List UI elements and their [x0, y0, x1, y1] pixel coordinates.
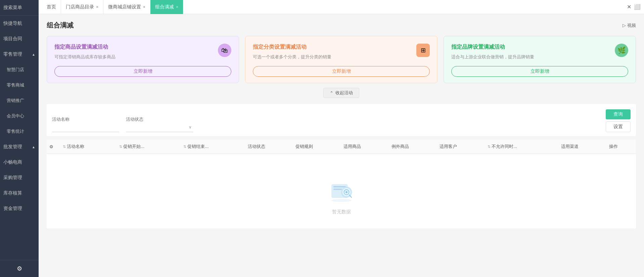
activity-status-label: 活动状态 [126, 116, 193, 122]
card-green-btn[interactable]: 立即新增 [451, 66, 628, 77]
sidebar-item-member-center[interactable]: 会员中心 [0, 108, 39, 124]
card-orange-desc: 可选一个或者多个分类，提升分类的销量 [253, 54, 430, 60]
tab-combo-discount[interactable]: 组合满减 × [150, 0, 183, 14]
th-applicable-customer: 适用客户 [437, 140, 485, 154]
card-specify-brand: 🌿 指定品牌设置满减活动 适合与上游企业联合做营销，提升品牌销量 立即新增 [444, 36, 636, 83]
sidebar: 搜索菜单 快捷导航 项目合同 零售管理 ▲ 智慧门店 零售商城 营销推广 会员中… [0, 0, 39, 277]
tab-close-combo-discount[interactable]: × [176, 5, 178, 9]
card-leaf-icon: 🌿 [615, 44, 628, 57]
video-link[interactable]: ▷ 视频 [623, 22, 636, 29]
card-specify-product: 🛍 指定商品设置满减活动 可指定滞销商品或库存较多商品 立即新增 [47, 36, 239, 83]
th-applicable-channel: 适用渠道 [558, 140, 606, 154]
svg-point-0 [331, 199, 352, 202]
sidebar-search[interactable]: 搜索菜单 [0, 0, 39, 16]
th-settings[interactable]: ⚙ [47, 140, 60, 154]
sidebar-item-retail-mall[interactable]: 零售商城 [0, 77, 39, 93]
card-purple-btn[interactable]: 立即新增 [54, 66, 231, 77]
th-exception-product: 例外商品 [389, 140, 437, 154]
card-purple-desc: 可指定滞销商品或库存较多商品 [54, 54, 231, 60]
main-area: 首页 门店商品目录 × 微商城店铺设置 × 组合满减 × ✕ ⬜ 组合满减 ▷ … [39, 0, 644, 277]
tab-close-wechat-shop-settings[interactable]: × [143, 5, 145, 9]
activity-status-field: 活动状态 进行中 已结束 未开始 ∨ [126, 116, 193, 132]
play-icon: ▷ [623, 23, 626, 28]
th-promo-rule: 促销规则 [293, 140, 341, 154]
settings-button[interactable]: 设置 [606, 121, 631, 132]
card-bag-icon: 🛍 [218, 44, 231, 57]
sidebar-item-retail-mgmt[interactable]: 零售管理 ▲ [0, 47, 39, 62]
sidebar-item-xiaochang-ecom[interactable]: 小畅电商 [0, 155, 39, 170]
search-actions: 查询 设置 [606, 109, 631, 132]
sidebar-item-inventory-check[interactable]: 库存核算 [0, 185, 39, 201]
th-activity-status: 活动状态 [245, 140, 293, 154]
card-orange-btn[interactable]: 立即新增 [253, 66, 430, 77]
table-header-row: ⚙ 活动名称 促销开始... 促销结束... 活动状态 促销规则 适用商品 例外… [47, 140, 636, 154]
svg-rect-3 [333, 189, 342, 190]
th-applicable-product: 适用商品 [341, 140, 389, 154]
sidebar-item-purchase-mgmt[interactable]: 采购管理 [0, 170, 39, 185]
page-header: 组合满减 ▷ 视频 [47, 21, 636, 30]
activity-name-field: 活动名称 [52, 116, 119, 132]
cards-row: 🛍 指定商品设置满减活动 可指定滞销商品或库存较多商品 立即新增 ⊞ 指定分类设… [47, 36, 636, 83]
retail-mgmt-arrow: ▲ [32, 53, 35, 56]
empty-state: 暂无数据 [47, 154, 636, 228]
maximize-window-btn[interactable]: ⬜ [634, 4, 641, 10]
tab-bar-actions: ✕ ⬜ [627, 4, 641, 10]
wholesale-mgmt-arrow: ▲ [32, 145, 35, 149]
search-bar: 活动名称 活动状态 进行中 已结束 未开始 ∨ 查询 设置 [47, 104, 636, 136]
th-activity-name[interactable]: 活动名称 [60, 140, 117, 154]
tab-bar: 首页 门店商品目录 × 微商城店铺设置 × 组合满减 × ✕ ⬜ [39, 0, 644, 14]
sidebar-item-project-contract[interactable]: 项目合同 [0, 31, 39, 47]
collapse-activity-btn[interactable]: ⌃ 收起活动 [323, 88, 359, 98]
sidebar-item-retail-stats[interactable]: 零售统计 [0, 124, 39, 139]
sidebar-bottom: ⚙ [0, 260, 39, 277]
empty-illustration [326, 174, 357, 204]
tab-store-catalog[interactable]: 门店商品目录 × [61, 0, 103, 14]
th-promo-start[interactable]: 促销开始... [117, 140, 181, 154]
empty-text: 暂无数据 [332, 209, 351, 215]
sidebar-item-smart-store[interactable]: 智慧门店 [0, 62, 39, 77]
settings-icon[interactable]: ⚙ [17, 265, 22, 272]
th-operation: 操作 [606, 140, 636, 154]
activity-name-label: 活动名称 [52, 116, 119, 122]
card-green-desc: 适合与上游企业联合做营销，提升品牌销量 [451, 54, 628, 60]
collapse-bar: ⌃ 收起活动 [47, 88, 636, 98]
collapse-icon: ⌃ [330, 91, 333, 96]
svg-point-8 [346, 191, 348, 193]
data-table-wrap: ⚙ 活动名称 促销开始... 促销结束... 活动状态 促销规则 适用商品 例外… [47, 140, 636, 228]
card-purple-title: 指定商品设置满减活动 [54, 44, 231, 51]
data-table: ⚙ 活动名称 促销开始... 促销结束... 活动状态 促销规则 适用商品 例外… [47, 140, 636, 154]
sidebar-item-marketing[interactable]: 营销推广 [0, 93, 39, 108]
tab-wechat-shop-settings[interactable]: 微商城店铺设置 × [103, 0, 150, 14]
activity-name-input[interactable] [52, 124, 119, 132]
page-title: 组合满减 [47, 21, 74, 30]
card-specify-category: ⊞ 指定分类设置满减活动 可选一个或者多个分类，提升分类的销量 立即新增 [245, 36, 438, 83]
card-orange-title: 指定分类设置满减活动 [253, 44, 430, 51]
th-no-concurrent[interactable]: 不允许同时... [485, 140, 558, 154]
close-window-btn[interactable]: ✕ [627, 4, 631, 10]
tab-home[interactable]: 首页 [42, 0, 61, 14]
activity-status-select[interactable]: 进行中 已结束 未开始 [126, 124, 193, 132]
sidebar-item-quick-nav[interactable]: 快捷导航 [0, 16, 39, 31]
sidebar-item-wholesale-mgmt[interactable]: 批发管理 ▲ [0, 139, 39, 155]
th-promo-end[interactable]: 促销结束... [181, 140, 245, 154]
query-button[interactable]: 查询 [606, 109, 631, 119]
sidebar-item-finance-mgmt[interactable]: 资金管理 [0, 201, 39, 216]
card-grid-icon: ⊞ [416, 44, 430, 57]
tab-close-store-catalog[interactable]: × [96, 5, 98, 9]
content-area: 组合满减 ▷ 视频 🛍 指定商品设置满减活动 可指定滞销商品或库存较多商品 立即… [39, 14, 644, 277]
card-green-title: 指定品牌设置满减活动 [451, 44, 628, 51]
